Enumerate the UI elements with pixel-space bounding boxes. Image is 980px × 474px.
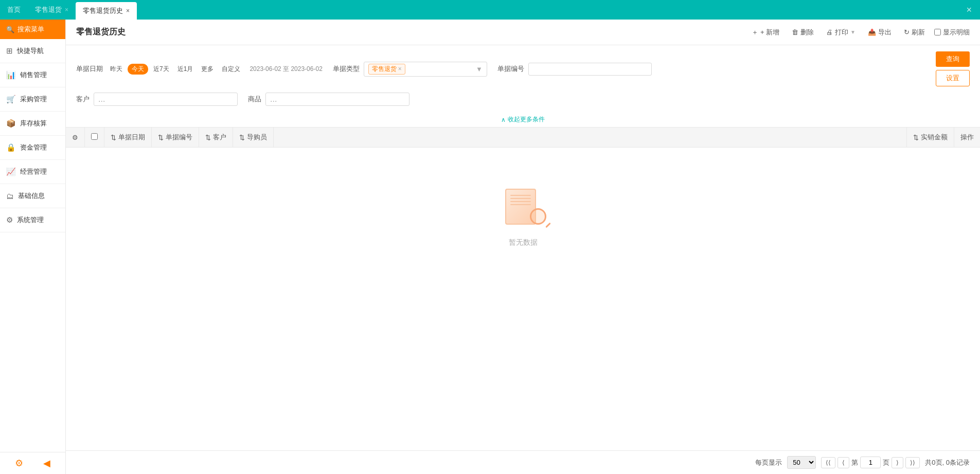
window-close-button[interactable]: × [958,5,980,15]
next-page-button[interactable]: ⟩ [892,457,903,468]
print-icon: 🖨 [826,28,833,36]
customer-label: 客户 [76,95,90,104]
purchase-icon: 🛒 [6,95,16,104]
doc-no-input[interactable] [528,63,652,76]
quick-nav-icon: ⊞ [6,46,13,56]
column-settings-icon[interactable]: ⚙ [72,134,78,141]
collapse-filter-button[interactable]: ∧ 收起更多条件 [76,112,970,127]
page-size-select[interactable]: 50 100 200 [787,456,816,469]
export-label: 导出 [878,28,892,37]
doc-type-dropdown-icon: ▼ [476,65,483,73]
show-detail-checkbox[interactable] [934,29,941,35]
tab-retail-return[interactable]: 零售退货 × [28,0,76,20]
tab-home[interactable]: 首页 [0,0,28,20]
doc-type-tag: 零售退货 × [368,64,405,75]
first-page-button[interactable]: ⟨⟨ [821,457,835,468]
sidebar-search[interactable]: 🔍 搜索菜单 [0,20,65,39]
date-opt-today[interactable]: 今天 [128,64,148,75]
sidebar-search-label: 搜索菜单 [17,25,44,34]
sort-icon-doc-no: ⇅ [158,134,164,141]
th-checkbox[interactable] [85,127,104,148]
th-doc-no: ⇅ 单据编号 [152,127,199,148]
goods-select[interactable]: ... [265,93,409,106]
jump-label: 第 [851,458,858,467]
print-button[interactable]: 🖨 打印 ▼ [823,26,859,39]
delete-button[interactable]: 🗑 删除 [789,26,817,39]
pagination-bar: 每页显示 50 100 200 ⟨⟨ ⟨ 第 页 ⟩ ⟩⟩ 共0页, 0条记录 [66,450,980,474]
filter-doc-type: 单据类型 零售退货 × ▼ [333,62,487,77]
th-actual-amount: ⇅ 实销金额 [907,127,954,148]
date-opt-more[interactable]: 更多 [198,64,217,75]
sidebar-item-sales[interactable]: 📊 销售管理 [0,63,65,87]
sidebar: 🔍 搜索菜单 ⊞ 快捷导航 📊 销售管理 🛒 采购管理 📦 库存核算 🔒 资金管… [0,20,66,474]
doc-type-tag-remove[interactable]: × [398,65,402,72]
filter-doc-no: 单据编号 [497,63,652,76]
collapse-label: 收起更多条件 [508,115,545,124]
tab-retail-return-close[interactable]: × [65,6,68,13]
th-settings[interactable]: ⚙ [66,127,85,148]
query-button[interactable]: 查询 [936,51,970,67]
data-table: ⚙ ⇅ 单据日期 [66,127,980,148]
refresh-button[interactable]: ↻ 刷新 [901,26,928,39]
tab-retail-return-history-close[interactable]: × [126,7,130,14]
th-doc-no-label: 单据编号 [166,133,192,142]
doc-type-select[interactable]: 零售退货 × ▼ [364,62,487,77]
goods-dots: ... [270,95,277,104]
content-area: 零售退货历史 ＋ + 新增 🗑 删除 🖨 打印 ▼ 📤 导出 [66,20,980,474]
sidebar-item-purchase-label: 采购管理 [20,95,47,104]
sidebar-item-purchase[interactable]: 🛒 采购管理 [0,87,65,112]
page-header: 零售退货历史 ＋ + 新增 🗑 删除 🖨 打印 ▼ 📤 导出 [66,20,980,45]
new-button[interactable]: ＋ + 新增 [749,26,782,39]
tab-retail-return-history[interactable]: 零售退货历史 × [76,2,137,20]
customer-select[interactable]: ... [94,93,238,106]
date-opt-yesterday[interactable]: 昨天 [107,64,126,75]
date-opt-7days[interactable]: 近7天 [150,64,172,75]
tab-home-label: 首页 [7,5,21,14]
page-nav: ⟨⟨ ⟨ 第 页 ⟩ ⟩⟩ [821,457,920,468]
inventory-icon: 📦 [6,119,16,128]
setting-button[interactable]: 设置 [936,70,970,86]
sidebar-item-basic[interactable]: 🗂 基础信息 [0,184,65,208]
delete-label: 删除 [800,28,814,37]
doc-no-label: 单据编号 [497,64,524,74]
th-spacer [274,127,907,148]
sidebar-item-quick-nav[interactable]: ⊞ 快捷导航 [0,39,65,63]
sidebar-bottom: ⚙ ◀ [0,452,65,474]
filter-customer: 客户 ... [76,93,238,106]
top-tab-bar: 首页 零售退货 × 零售退货历史 × × [0,0,980,20]
empty-icon [500,189,546,230]
export-button[interactable]: 📤 导出 [865,26,895,39]
goods-label: 商品 [248,95,261,104]
delete-icon: 🗑 [792,28,798,36]
collapse-sidebar-icon[interactable]: ◀ [43,458,50,469]
doc-type-tag-value: 零售退货 [372,65,397,74]
sidebar-item-inventory[interactable]: 📦 库存核算 [0,112,65,136]
table-area: ⚙ ⇅ 单据日期 [66,127,980,450]
table-header-row: ⚙ ⇅ 单据日期 [66,127,980,148]
sidebar-item-system[interactable]: ⚙ 系统管理 [0,208,65,232]
page-input[interactable] [860,457,881,468]
finance-icon: 🔒 [6,143,16,152]
select-all-checkbox[interactable] [91,133,98,140]
prev-page-button[interactable]: ⟨ [838,457,849,468]
sort-icon-guide: ⇅ [239,134,245,141]
empty-state: 暂无数据 [66,148,980,288]
th-customer-label: 客户 [213,133,226,142]
doc-type-label: 单据类型 [333,64,360,74]
refresh-icon: ↻ [904,28,910,36]
sidebar-item-finance[interactable]: 🔒 资金管理 [0,136,65,160]
last-page-button[interactable]: ⟩⟩ [905,457,920,468]
empty-magnifier-shape [530,208,546,225]
page-title: 零售退货历史 [76,27,126,38]
filter-buttons: 查询 设置 [936,51,970,86]
sales-icon: 📊 [6,70,16,80]
sidebar-item-operation[interactable]: 📈 经营管理 [0,160,65,184]
sidebar-item-basic-label: 基础信息 [18,191,45,200]
date-opt-1month[interactable]: 近1月 [174,64,197,75]
show-detail-toggle[interactable]: 显示明细 [934,28,970,37]
settings-bottom-icon[interactable]: ⚙ [15,458,23,469]
refresh-label: 刷新 [912,28,925,37]
date-opt-custom[interactable]: 自定义 [219,64,243,75]
sort-icon-doc-date: ⇅ [111,134,116,141]
sidebar-item-inventory-label: 库存核算 [20,119,47,128]
